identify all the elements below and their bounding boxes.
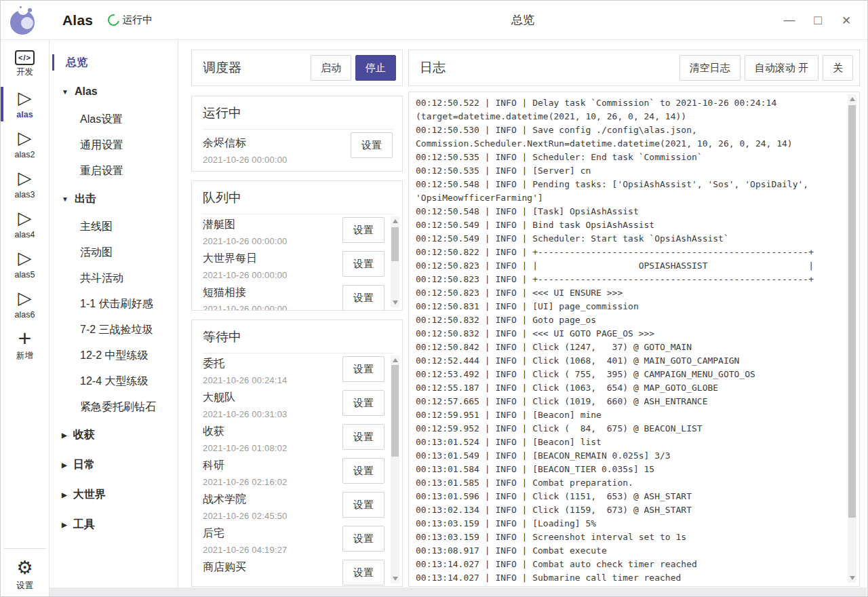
menu-item-label: 大世界 — [73, 488, 106, 502]
scrollbar — [848, 94, 856, 583]
menu-item-label: 总览 — [66, 56, 87, 70]
main-content: 调度器 启动 停止 运行中 余烬信标 2021-10-26 00 — [178, 40, 867, 596]
sidebar-instance-item[interactable]: ▷ alas — [1, 85, 49, 126]
sidebar-item-icon: ▷ — [18, 87, 32, 109]
menu-item[interactable]: 活动图 — [50, 239, 178, 265]
menu-item-label: Alas设置 — [80, 113, 123, 127]
task-settings-button[interactable]: 设置 — [342, 390, 384, 416]
task-row: 委托 2021-10-26 00:24:14 设置 — [203, 353, 402, 387]
queued-title: 队列中 — [203, 181, 402, 214]
task-settings-button[interactable]: 设置 — [342, 560, 384, 585]
scroll-down-icon[interactable] — [850, 576, 855, 580]
menu-item-label: 通用设置 — [80, 138, 123, 153]
task-row: 科研 2021-10-26 02:16:02 设置 — [203, 455, 402, 489]
window-controls: — □ ✕ — [778, 1, 858, 40]
menu-item[interactable]: 12-2 中型练级 — [50, 343, 178, 368]
task-settings-button[interactable]: 设置 — [342, 251, 384, 277]
collapse-log-button[interactable]: 关 — [823, 55, 853, 81]
log-line: 00:12:50.549 | INFO | Scheduler: Start t… — [416, 232, 843, 246]
menu-item-label: 日常 — [73, 458, 95, 472]
body: </> 开发 ▷ alas ▷ alas2 ▷ — [1, 40, 867, 596]
menu-item-label: 收获 — [73, 428, 95, 442]
instance-sidebar: </> 开发 ▷ alas ▷ alas2 ▷ — [1, 40, 50, 596]
sidebar-instance-item[interactable]: ▷ alas2 — [1, 126, 49, 166]
sidebar-item-icon: </> — [15, 50, 35, 65]
menu-item[interactable]: 总览 — [50, 48, 178, 77]
menu-item[interactable]: 1-1 伏击刷好感 — [50, 291, 178, 317]
menu-item[interactable]: 主线图 — [50, 214, 178, 239]
log-line: 00:13:08.917 | INFO | Combat execute — [416, 544, 843, 558]
menu-item[interactable]: 12-4 大型练级 — [50, 368, 178, 394]
menu-item[interactable]: 7-2 三战捡垃圾 — [50, 317, 178, 343]
log-line: 00:12:50.823 | INFO | +-----------------… — [416, 273, 843, 286]
menu-item[interactable]: 紧急委托刷钻石 — [50, 394, 178, 420]
log-line: 00:12:55.187 | INFO | Click (1063, 654) … — [416, 381, 843, 395]
menu-item-label: 1-1 伏击刷好感 — [80, 297, 153, 311]
chevron-icon: ▶ — [62, 491, 67, 499]
sidebar-item-label: alas3 — [15, 190, 35, 199]
chevron-icon: ▼ — [62, 195, 68, 203]
scheduler-stop-button[interactable]: 停止 — [355, 55, 396, 81]
menu-item[interactable]: ▶ 大世界 — [50, 480, 178, 509]
menu-item[interactable]: ▶ 日常 — [50, 450, 178, 480]
menu-item[interactable]: Alas设置 — [50, 107, 178, 132]
log-line: 00:12:50.831 | INFO | [UI] page_commissi… — [416, 300, 843, 313]
menu-item[interactable]: ▼ 出击 — [50, 184, 178, 214]
log-line: 00:13:14.027 | INFO | Combat auto check … — [416, 558, 843, 571]
autoscroll-toggle-button[interactable]: 自动滚动 开 — [745, 55, 818, 81]
log-line: 00:12:57.665 | INFO | Click (1019, 660) … — [416, 395, 843, 408]
task-settings-button[interactable]: 设置 — [342, 424, 384, 450]
sidebar-item-label: 设置 — [16, 580, 33, 592]
clear-log-button[interactable]: 清空日志 — [679, 55, 741, 81]
log-line: 00:12:50.842 | INFO | Click (1247, 37) @… — [416, 341, 843, 354]
log-line: 00:12:50.822 | INFO | +-----------------… — [416, 246, 843, 259]
scheduler-status: 运行中 — [108, 14, 153, 26]
menu-item[interactable]: 共斗活动 — [50, 265, 178, 291]
sidebar-item-label: 新增 — [16, 350, 33, 362]
gear-icon: ⚙ — [16, 557, 33, 579]
maximize-icon[interactable]: □ — [806, 9, 829, 32]
sidebar-item-label: alas2 — [15, 150, 35, 159]
sidebar-instance-item[interactable]: ▷ alas5 — [1, 246, 49, 286]
sidebar-instance-item[interactable]: ▷ alas6 — [1, 286, 49, 326]
scroll-up-icon[interactable] — [850, 97, 855, 101]
log-line: 00:12:50.535 | INFO | [Server] cn — [416, 164, 843, 178]
task-settings-button[interactable]: 设置 — [351, 132, 393, 158]
scheduler-start-button[interactable]: 启动 — [311, 55, 351, 81]
log-line: 00:12:50.823 | INFO | <<< UI ENSURE >>> — [416, 286, 843, 300]
sidebar-instance-item[interactable]: + 新增 — [1, 326, 49, 366]
close-icon[interactable]: ✕ — [835, 9, 858, 32]
menu-item[interactable]: 重启设置 — [50, 158, 178, 184]
task-settings-button[interactable]: 设置 — [342, 356, 384, 382]
task-settings-button[interactable]: 设置 — [342, 526, 384, 552]
menu-item[interactable]: ▼ Alas — [50, 77, 178, 107]
scheduler-column: 调度器 启动 停止 运行中 余烬信标 2021-10-26 00 — [191, 50, 403, 587]
log-output[interactable]: 00:12:50.522 | INFO | Delay task `Commis… — [408, 92, 860, 587]
task-settings-button[interactable]: 设置 — [342, 458, 384, 484]
task-row: 战术学院 2021-10-26 02:45:50 设置 — [203, 489, 402, 523]
menu-item[interactable]: ▶ 收获 — [50, 420, 178, 450]
menu-item[interactable]: ▶ 工具 — [50, 509, 178, 539]
menu-item-label: 主线图 — [80, 220, 113, 234]
sidebar-instance-item[interactable]: ▷ alas4 — [1, 206, 49, 246]
log-lines: 00:12:50.522 | INFO | Delay task `Commis… — [416, 96, 843, 586]
task-settings-button[interactable]: 设置 — [342, 285, 384, 311]
task-row: 收获 2021-10-26 01:08:02 设置 — [203, 421, 402, 455]
task-settings-button[interactable]: 设置 — [342, 217, 384, 243]
chevron-icon: ▶ — [62, 461, 67, 469]
log-line: 00:12:50.549 | INFO | Bind task OpsiAshA… — [416, 218, 843, 232]
menu-item[interactable]: 通用设置 — [50, 132, 178, 158]
task-menu: 总览 ▼ Alas Alas设置 通用设置 — [50, 40, 178, 596]
waiting-title: 等待中 — [203, 320, 402, 353]
task-settings-button[interactable]: 设置 — [342, 492, 384, 518]
instance-list: </> 开发 ▷ alas ▷ alas2 ▷ — [1, 45, 49, 366]
log-line: 00:12:50.548 | INFO | [Task] OpsiAshAssi… — [416, 205, 843, 218]
task-row: 潜艇图 2021-10-26 00:00:00 设置 — [203, 214, 402, 248]
scrollbar-thumb[interactable] — [848, 105, 856, 518]
sidebar-instance-item[interactable]: ▷ alas3 — [1, 166, 49, 206]
sidebar-item-settings[interactable]: ⚙ 设置 — [1, 556, 49, 594]
sidebar-instance-item[interactable]: </> 开发 — [1, 45, 49, 85]
menu-item-label: 工具 — [73, 518, 95, 532]
minimize-icon[interactable]: — — [778, 9, 801, 32]
queued-card: 队列中 潜艇图 2021-10-26 00:00:00 — [191, 180, 403, 311]
